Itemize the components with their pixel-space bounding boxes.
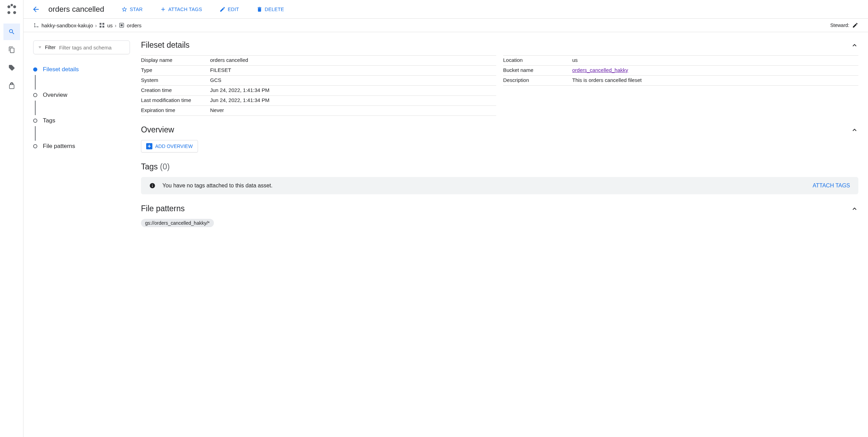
chevron-right-icon: ›: [115, 22, 116, 28]
entry-icon: [119, 22, 125, 28]
svg-rect-10: [100, 26, 102, 28]
plus-icon: [160, 6, 166, 12]
hierarchy-icon: [33, 22, 39, 28]
kv-key: Type: [141, 67, 210, 73]
kv-row: Locationus: [503, 55, 858, 66]
breadcrumb-project[interactable]: hakky-sandbox-kakujo: [33, 22, 93, 28]
breadcrumb-location[interactable]: us: [99, 22, 113, 28]
arrow-back-icon: [32, 5, 40, 13]
filter-input[interactable]: [59, 45, 125, 50]
kv-key: Description: [503, 77, 572, 83]
kv-value: orders_cancelled_hakky: [572, 67, 628, 73]
search-icon: [8, 28, 15, 35]
sidebar-tag[interactable]: [3, 59, 20, 76]
breadcrumb-entry[interactable]: orders: [119, 22, 142, 28]
breadcrumb: hakky-sandbox-kakujo › us › orders Stewa…: [23, 19, 868, 32]
chevron-up-icon[interactable]: [851, 205, 858, 213]
nav-fileset-details[interactable]: Fileset details: [33, 64, 141, 75]
lock-icon: [8, 82, 15, 89]
info-icon: [149, 183, 155, 189]
section-title: File patterns: [141, 204, 185, 213]
sidebar-copy[interactable]: [3, 41, 20, 58]
left-sidebar: [0, 0, 23, 437]
grid-icon: [99, 22, 105, 28]
svg-point-4: [10, 4, 13, 6]
nav-dot-icon: [33, 119, 37, 123]
kv-key: Expiration time: [141, 107, 210, 113]
steward: Steward:: [830, 22, 858, 28]
kv-row: Bucket nameorders_cancelled_hakky: [503, 65, 858, 76]
file-patterns-section: File patterns gs://orders_cancelled_hakk…: [141, 204, 858, 227]
kv-key: Display name: [141, 57, 210, 63]
kv-row: Expiration timeNever: [141, 105, 496, 116]
section-title: Fileset details: [141, 40, 190, 50]
kv-key: Last modification time: [141, 97, 210, 103]
attach-tags-link[interactable]: ATTACH TAGS: [813, 183, 850, 189]
svg-point-5: [34, 23, 35, 24]
filter-label: Filter: [45, 45, 56, 50]
svg-point-2: [7, 11, 10, 14]
kv-key: System: [141, 77, 210, 83]
kv-key: Location: [503, 57, 572, 63]
kv-value: This is orders cancelled fileset: [572, 77, 642, 83]
section-nav: Fileset details Overview Tags: [33, 64, 141, 152]
nav-dot-icon: [33, 67, 37, 72]
kv-value: orders cancelled: [210, 57, 248, 63]
section-title: Overview: [141, 125, 174, 134]
edit-button[interactable]: EDIT: [215, 3, 243, 15]
svg-point-3: [13, 11, 16, 14]
kv-key: Bucket name: [503, 67, 572, 73]
svg-point-1: [13, 6, 16, 8]
page-title: orders cancelled: [48, 5, 104, 14]
nav-overview[interactable]: Overview: [33, 90, 141, 101]
star-outline-icon: [121, 6, 128, 12]
file-pattern-chip: gs://orders_cancelled_hakky/*: [141, 219, 214, 227]
tags-section: Tags (0) You have no tags attached to th…: [141, 162, 858, 194]
edit-icon[interactable]: [852, 22, 858, 28]
back-button[interactable]: [29, 2, 43, 16]
svg-point-0: [7, 6, 10, 8]
page-header: orders cancelled STAR ATTACH TAGS EDIT D…: [23, 0, 868, 19]
no-tags-banner: You have no tags attached to this data a…: [141, 177, 858, 194]
kv-row: TypeFILESET: [141, 65, 496, 76]
svg-point-7: [37, 26, 38, 27]
kv-row: SystemGCS: [141, 75, 496, 86]
tag-icon: [8, 64, 15, 71]
kv-value: GCS: [210, 77, 221, 83]
sidebar-search[interactable]: [3, 24, 20, 40]
filter-box[interactable]: Filter: [33, 40, 130, 54]
nav-tags[interactable]: Tags: [33, 115, 141, 126]
kv-value: us: [572, 57, 578, 63]
add-overview-button[interactable]: + ADD OVERVIEW: [141, 140, 198, 152]
bucket-link[interactable]: orders_cancelled_hakky: [572, 67, 628, 73]
svg-rect-11: [103, 26, 104, 28]
section-title: Tags (0): [141, 162, 170, 171]
chevron-up-icon[interactable]: [851, 41, 858, 49]
kv-row: Creation timeJun 24, 2022, 1:41:34 PM: [141, 85, 496, 96]
filter-icon: [38, 44, 41, 50]
svg-rect-8: [100, 23, 102, 25]
kv-row: Display nameorders cancelled: [141, 55, 496, 66]
kv-value: Jun 24, 2022, 1:41:34 PM: [210, 87, 270, 93]
nav-dot-icon: [33, 93, 37, 97]
kv-value: FILESET: [210, 67, 231, 73]
delete-button[interactable]: DELETE: [252, 3, 288, 15]
plus-icon: +: [146, 143, 152, 149]
kv-key: Creation time: [141, 87, 210, 93]
kv-row: Last modification timeJun 24, 2022, 1:41…: [141, 95, 496, 106]
kv-row: DescriptionThis is orders cancelled file…: [503, 75, 858, 86]
product-logo: [5, 3, 19, 17]
sidebar-lock[interactable]: [3, 77, 20, 94]
overview-section: Overview + ADD OVERVIEW: [141, 125, 858, 152]
nav-file-patterns[interactable]: File patterns: [33, 141, 141, 152]
banner-message: You have no tags attached to this data a…: [162, 183, 806, 189]
svg-rect-9: [103, 23, 104, 25]
kv-value: Jun 24, 2022, 1:41:34 PM: [210, 97, 270, 103]
attach-tags-button[interactable]: ATTACH TAGS: [156, 3, 206, 15]
kv-value: Never: [210, 107, 224, 113]
star-button[interactable]: STAR: [117, 3, 147, 15]
chevron-up-icon[interactable]: [851, 126, 858, 134]
nav-dot-icon: [33, 144, 37, 148]
delete-icon: [256, 6, 263, 12]
svg-rect-13: [121, 24, 123, 26]
